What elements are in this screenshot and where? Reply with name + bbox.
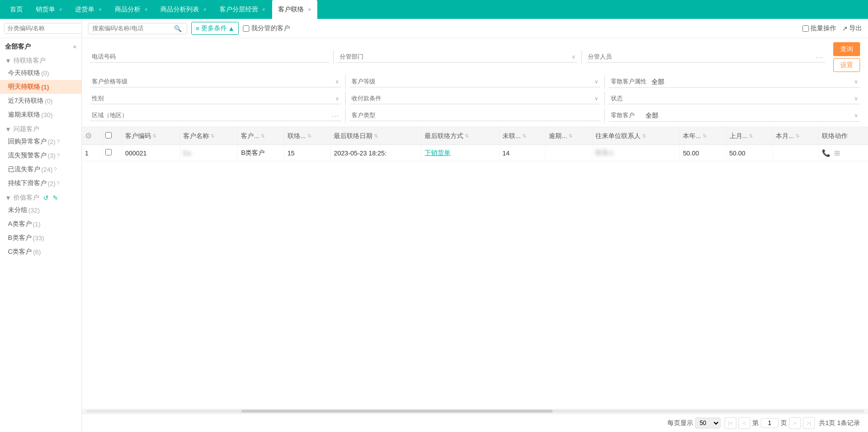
export-button[interactable]: ↗ 导出 — [842, 24, 862, 33]
chevron-down-icon[interactable]: ∨ — [335, 95, 339, 102]
phone-icon[interactable]: 📞 — [822, 149, 830, 157]
page-size-select-wrap: 每页显示 50 100 — [667, 418, 721, 429]
nav-customer-contact[interactable]: 客户联络 × — [272, 0, 317, 19]
nav-purchase[interactable]: 进货单 × — [69, 0, 107, 19]
price-level-field: 客户价格等级 ∨ — [90, 76, 341, 87]
td-year: 50.00 — [680, 145, 726, 161]
sidebar-item-7days-contact[interactable]: 近7天待联络(0) — [0, 94, 81, 108]
data-table: ⚙ 客户编码⇅ 客户名称⇅ 客户...⇅ — [82, 127, 868, 161]
th-last-contact-date[interactable]: 最后联络日期⇅ — [331, 127, 422, 145]
edit-icon[interactable]: ✎ — [53, 194, 58, 202]
horizontal-scrollbar[interactable] — [82, 409, 868, 414]
my-customers-checkbox[interactable] — [243, 25, 249, 32]
sidebar-item-overdue-contact[interactable]: 逾期未联络(30) — [0, 108, 81, 122]
th-contact[interactable]: 联络...⇅ — [284, 127, 330, 145]
refresh-icon[interactable]: ↺ — [43, 194, 49, 202]
td-person: 联系人 — [592, 145, 680, 161]
sidebar-item-today-contact[interactable]: 今天待联络(0) — [0, 66, 81, 80]
th-settings: ⚙ — [82, 127, 102, 145]
nav-customer-segment[interactable]: 客户分层经营 × — [214, 0, 271, 19]
divider — [345, 75, 346, 89]
chevron-down-icon[interactable]: ∨ — [854, 95, 858, 102]
th-this-month[interactable]: 本月...⇅ — [772, 127, 818, 145]
td-code: 000021 — [122, 145, 180, 161]
batch-operation-button[interactable]: 批量操作 — [802, 24, 836, 33]
last-page-button[interactable]: >| — [803, 417, 815, 429]
select-all-checkbox[interactable] — [105, 132, 112, 139]
sidebar-item-a-class[interactable]: A类客户(1) — [0, 217, 81, 231]
page-number-input[interactable] — [761, 418, 779, 428]
sidebar-item-b-class[interactable]: B类客户(33) — [0, 231, 81, 245]
settings-icon[interactable]: ⚙ — [85, 132, 92, 140]
more-icon[interactable]: ··· — [816, 53, 823, 61]
sort-icon: ⇅ — [642, 133, 646, 139]
divider — [345, 92, 346, 106]
close-icon[interactable]: × — [145, 6, 147, 12]
region-field: 区域（地区） ··· — [90, 110, 341, 121]
close-icon[interactable]: × — [262, 6, 265, 12]
query-button[interactable]: 查询 — [833, 42, 860, 56]
divider — [333, 50, 334, 64]
th-last-contact-method[interactable]: 最后联络方式⇅ — [422, 127, 500, 145]
filter-actions: 查询 设置 — [833, 42, 860, 72]
chevron-down-icon[interactable]: ∨ — [594, 78, 598, 85]
next-page-button[interactable]: > — [789, 417, 801, 429]
sidebar-item-c-class[interactable]: C类客户(6) — [0, 245, 81, 259]
sidebar-item-churn-warn[interactable]: 流失预警客户(3) ? — [0, 148, 81, 162]
total-records: 共1页 1条记录 — [819, 419, 860, 428]
more-icon[interactable]: ··· — [332, 112, 339, 120]
sidebar-item-declining[interactable]: 持续下滑客户(2) ? — [0, 176, 81, 190]
close-icon[interactable]: × — [308, 6, 311, 12]
row-checkbox[interactable] — [105, 149, 112, 155]
nav-product-analysis[interactable]: 商品分析 × — [109, 0, 153, 19]
sidebar-item-abnormal[interactable]: 回购异常客户(2) ? — [0, 135, 81, 148]
th-uncontact[interactable]: 未联...⇅ — [499, 127, 545, 145]
filter-icon: ≡ — [196, 25, 200, 32]
first-page-button[interactable]: |< — [724, 417, 736, 429]
chevron-down-icon[interactable]: ∨ — [854, 78, 858, 85]
search-icon[interactable]: 🔍 — [174, 25, 182, 32]
page-size-select[interactable]: 50 100 — [695, 418, 721, 429]
sidebar-item-ungroup[interactable]: 未分组(32) — [0, 203, 81, 217]
nav-product-list[interactable]: 商品分析列表 × — [154, 0, 212, 19]
th-overdue[interactable]: 逾期...⇅ — [546, 127, 592, 145]
filter-row-4: 区域（地区） ··· 客户类型 零散客户 全部 ∨ — [90, 109, 860, 123]
customer-level-field: 客户等级 ∨ — [350, 76, 601, 87]
sidebar-item-churned[interactable]: 已流失客户(24) ? — [0, 162, 81, 176]
th-customer-code[interactable]: 客户编码⇅ — [122, 127, 180, 145]
contact-method-link[interactable]: 下销货单 — [425, 149, 450, 156]
divider — [604, 92, 605, 106]
triangle-icon: ▼ — [5, 57, 11, 65]
more-filters-button[interactable]: ≡ 更多条件 ▲ — [191, 22, 239, 35]
chevron-down-icon[interactable]: ∨ — [854, 112, 858, 119]
sidebar-item-tomorrow-contact[interactable]: 明天待联络(1) — [0, 80, 81, 94]
th-last-month[interactable]: 上月...⇅ — [726, 127, 772, 145]
batch-checkbox[interactable] — [802, 25, 809, 32]
collapse-icon[interactable]: « — [73, 43, 76, 50]
nav-sales[interactable]: 销货单 × — [30, 0, 68, 19]
sidebar-search-input[interactable] — [4, 23, 82, 34]
scrollbar-thumb[interactable] — [241, 410, 553, 413]
chevron-down-icon[interactable]: ∨ — [572, 54, 576, 60]
close-icon[interactable]: × — [203, 6, 206, 12]
sort-icon: ⇅ — [749, 133, 753, 139]
retail-customer-field: 零散客户 全部 ∨ — [609, 110, 860, 122]
all-customers-header[interactable]: 全部客户 « — [0, 38, 81, 53]
th-customer-type[interactable]: 客户...⇅ — [238, 127, 284, 145]
th-customer-name[interactable]: 客户名称⇅ — [180, 127, 238, 145]
td-seq: 1 — [82, 145, 102, 161]
close-icon[interactable]: × — [59, 6, 62, 12]
td-overdue — [546, 145, 592, 161]
td-last-method: 下销货单 — [422, 145, 500, 161]
grid-icon[interactable]: ⊞ — [834, 149, 840, 157]
prev-page-button[interactable]: < — [738, 417, 750, 429]
chevron-down-icon[interactable]: ∨ — [594, 95, 598, 102]
th-year-amount[interactable]: 本年...⇅ — [680, 127, 726, 145]
nav-home[interactable]: 首页 — [4, 0, 29, 19]
chevron-down-icon[interactable]: ∨ — [335, 78, 339, 85]
th-contact-person[interactable]: 往来单位联系人⇅ — [592, 127, 680, 145]
filter-row-3: 性别 ∨ 收付款条件 ∨ 状态 ∨ — [90, 92, 860, 106]
set-button[interactable]: 设置 — [833, 58, 860, 72]
main-search-input[interactable] — [92, 25, 172, 32]
close-icon[interactable]: × — [98, 6, 101, 12]
